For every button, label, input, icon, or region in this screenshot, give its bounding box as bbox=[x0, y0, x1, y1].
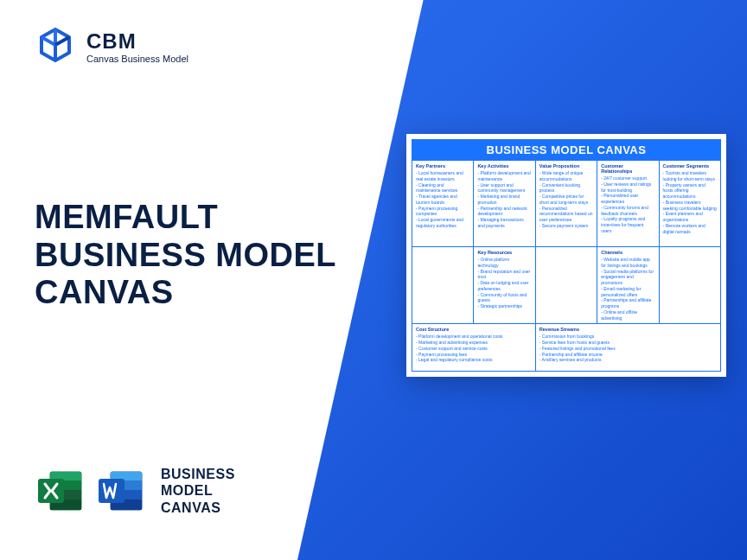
cell-customer-relationships: Customer Relationships 24/7 customer sup… bbox=[597, 161, 659, 247]
bottom-line-3: CANVAS bbox=[161, 500, 235, 516]
list-item: Event planners and organizations bbox=[663, 211, 717, 223]
key-partners-list: Local homeowners and real estate investo… bbox=[416, 170, 469, 229]
list-item: Online platform technology bbox=[477, 257, 531, 269]
list-item: 24/7 customer support bbox=[601, 175, 654, 181]
list-item: Strategic partnerships bbox=[477, 303, 531, 309]
list-item: Partnership and affiliate income bbox=[540, 352, 717, 358]
list-item: Remote workers and digital nomads bbox=[663, 223, 717, 235]
cell-customer-segments: Customer Segments Tourists and travelers… bbox=[660, 161, 721, 247]
list-item: Local homeowners and real estate investo… bbox=[416, 170, 469, 182]
bottom-label: BUSINESS MODEL CANVAS bbox=[161, 466, 235, 516]
title-line-2: BUSINESS MODEL bbox=[35, 237, 336, 275]
cell-channels: Channels Website and mobile app for list… bbox=[597, 247, 659, 324]
title-line-1: MEMFAULT bbox=[35, 199, 336, 237]
list-item: Brand reputation and user trust bbox=[477, 269, 531, 281]
canvas-header: BUSINESS MODEL CANVAS bbox=[412, 139, 721, 161]
list-item: Data on lodging and user preferences bbox=[477, 280, 531, 292]
list-item: Local governments and regulatory authori… bbox=[416, 217, 469, 229]
list-item: Secure payment system bbox=[540, 223, 593, 229]
list-item: Personalized recommendations based on us… bbox=[540, 206, 593, 223]
list-item: Service fees from hosts and guests bbox=[540, 340, 717, 346]
list-item: Cleaning and maintenance services bbox=[416, 182, 469, 194]
list-item: Personalized user experiences bbox=[601, 193, 654, 205]
key-resources-list: Online platform technologyBrand reputati… bbox=[477, 257, 531, 309]
key-activities-title: Key Activities bbox=[477, 163, 531, 169]
excel-icon bbox=[35, 465, 86, 517]
list-item: Legal and regulatory compliance costs bbox=[416, 357, 532, 363]
list-item: Tourists and travelers looking for short… bbox=[663, 170, 717, 182]
list-item: Loyalty programs and incentives for freq… bbox=[601, 216, 654, 233]
brand-logo-icon bbox=[35, 26, 76, 67]
cell-key-activities: Key Activities Platform development and … bbox=[474, 161, 535, 247]
list-item: Partnership and network development bbox=[477, 206, 531, 218]
list-item: Wide range of unique accommodations bbox=[540, 170, 593, 182]
list-item: User reviews and ratings for trust-build… bbox=[601, 181, 654, 194]
brand-abbr: CBM bbox=[86, 29, 188, 54]
cell-key-partners: Key Partners Local homeowners and real e… bbox=[412, 161, 474, 247]
brand-subtitle: Canvas Business Model bbox=[86, 54, 188, 64]
cell-key-resources: Key Resources Online platform technology… bbox=[474, 247, 535, 324]
list-item: Convenient booking process bbox=[540, 182, 593, 194]
list-item: Marketing and advertising expenses bbox=[416, 340, 532, 346]
canvas-row-top: Key Partners Local homeowners and real e… bbox=[412, 161, 721, 247]
list-item: Community forums and feedback channels bbox=[601, 205, 654, 217]
value-proposition-title: Value Proposition bbox=[540, 163, 593, 169]
list-item: Featured listings and promotional fees bbox=[540, 346, 717, 352]
cell-revenue-streams: Revenue Streams Commission from bookings… bbox=[536, 324, 721, 372]
key-activities-list: Platform development and maintenanceUser… bbox=[477, 170, 531, 229]
customer-relationships-list: 24/7 customer supportUser reviews and ra… bbox=[601, 175, 654, 234]
empty-cell bbox=[660, 247, 721, 324]
customer-segments-title: Customer Segments bbox=[663, 163, 717, 169]
customer-segments-list: Tourists and travelers looking for short… bbox=[663, 170, 717, 234]
cell-value-proposition: Value Proposition Wide range of unique a… bbox=[536, 161, 597, 247]
customer-relationships-title: Customer Relationships bbox=[601, 163, 654, 174]
list-item: Managing transactions and payments bbox=[477, 217, 531, 229]
list-item: Platform development and operational cos… bbox=[416, 334, 532, 340]
list-item: Community of hosts and guests bbox=[477, 292, 531, 304]
list-item: Online and offline advertising bbox=[601, 309, 654, 321]
list-item: Email marketing for personalized offers bbox=[601, 286, 654, 298]
brand-logo-text: CBM Canvas Business Model bbox=[86, 29, 188, 64]
value-proposition-list: Wide range of unique accommodationsConve… bbox=[540, 170, 593, 229]
brand-logo: CBM Canvas Business Model bbox=[35, 26, 188, 67]
list-item: Business travelers seeking comfortable l… bbox=[663, 200, 717, 212]
empty-cell bbox=[412, 247, 474, 324]
list-item: Payment processing companies bbox=[416, 206, 469, 218]
list-item: Commission from bookings bbox=[540, 334, 717, 340]
channels-list: Website and mobile app for listings and … bbox=[601, 257, 654, 321]
cell-cost-structure: Cost Structure Platform development and … bbox=[412, 324, 536, 372]
main-title: MEMFAULT BUSINESS MODEL CANVAS bbox=[35, 199, 336, 312]
bottom-apps-block: BUSINESS MODEL CANVAS bbox=[35, 465, 235, 517]
key-resources-title: Key Resources bbox=[477, 250, 531, 255]
canvas-row-bottom: Cost Structure Platform development and … bbox=[412, 324, 721, 372]
channels-title: Channels bbox=[601, 250, 654, 255]
cost-structure-list: Platform development and operational cos… bbox=[416, 334, 532, 363]
list-item: Social media platforms for engagement an… bbox=[601, 269, 654, 286]
key-partners-title: Key Partners bbox=[416, 163, 469, 169]
list-item: Marketing and brand promotion bbox=[477, 194, 531, 206]
revenue-streams-title: Revenue Streams bbox=[540, 327, 717, 332]
list-item: User support and community management bbox=[477, 182, 531, 194]
list-item: Travel agencies and tourism boards bbox=[416, 194, 469, 206]
bottom-line-2: MODEL bbox=[161, 482, 235, 499]
bottom-line-1: BUSINESS bbox=[161, 466, 235, 482]
list-item: Website and mobile app for listings and … bbox=[601, 257, 654, 269]
cost-structure-title: Cost Structure bbox=[416, 327, 532, 332]
list-item: Partnerships and affiliate programs bbox=[601, 297, 654, 309]
list-item: Competitive prices for short and long-te… bbox=[540, 194, 593, 206]
list-item: Ancillary services and products bbox=[540, 357, 717, 363]
list-item: Platform development and maintenance bbox=[477, 170, 531, 182]
canvas-row-mid: Key Resources Online platform technology… bbox=[412, 247, 721, 324]
title-line-3: CANVAS bbox=[35, 274, 336, 312]
empty-cell bbox=[536, 247, 597, 324]
list-item: Payment processing fees bbox=[416, 352, 532, 358]
revenue-streams-list: Commission from bookingsService fees fro… bbox=[540, 334, 717, 363]
list-item: Property owners and hosts offering accom… bbox=[663, 182, 717, 200]
word-icon bbox=[95, 465, 147, 517]
list-item: Customer support and service costs bbox=[416, 346, 532, 352]
canvas-preview-card: BUSINESS MODEL CANVAS Key Partners Local… bbox=[406, 134, 726, 377]
